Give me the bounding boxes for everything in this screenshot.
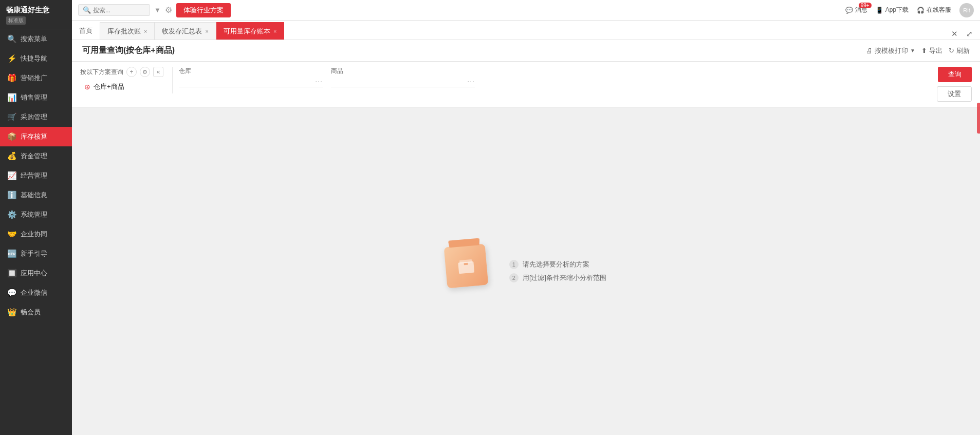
query-button[interactable]: 查询	[938, 67, 972, 82]
scheme-settings-button[interactable]: ⚙	[140, 67, 150, 77]
system-icon: ⚙️	[7, 210, 16, 219]
tab-stock-summary-close[interactable]: ×	[205, 28, 208, 34]
goods-input[interactable]	[331, 78, 464, 85]
goods-input-wrapper: ···	[331, 77, 475, 87]
user-avatar[interactable]: Rit	[959, 3, 974, 17]
sidebar-item-inventory[interactable]: 📦 库存核算	[0, 127, 72, 146]
tab-expand-button[interactable]: ⤢	[963, 28, 976, 40]
sidebar-item-shortcut[interactable]: ⚡ 快捷导航	[0, 49, 72, 68]
refresh-label: 刷新	[956, 46, 970, 55]
empty-state: 1 请先选择要分析的方案 2 用[过滤]条件来缩小分析范围	[446, 245, 606, 297]
purchase-icon: 🛒	[7, 112, 16, 122]
scheme-item-warehouse-goods[interactable]: ⊕ 仓库+商品	[80, 80, 166, 93]
collapse-scheme-button[interactable]: «	[153, 67, 163, 77]
sidebar-item-search-label: 搜索菜单	[21, 34, 65, 44]
sidebar-item-wechat[interactable]: 💬 企业微信	[0, 283, 72, 302]
print-template-button[interactable]: 🖨 按模板打印 ▼	[866, 46, 915, 55]
phone-icon: 📱	[876, 7, 883, 14]
scheme-item-label: 仓库+商品	[94, 82, 124, 91]
top-search-input[interactable]	[93, 7, 144, 14]
print-label: 按模板打印	[875, 46, 908, 55]
refresh-button[interactable]: ↻ 刷新	[949, 46, 970, 55]
sidebar-item-basic[interactable]: ℹ️ 基础信息	[0, 185, 72, 205]
sidebar: 畅康通好生意 标准版 🔍 搜索菜单 ⚡ 快捷导航 🎁 营销推广 📊 销售管理 🛒…	[0, 0, 72, 435]
top-bar: 🔍 ▼ ⚙ 体验行业方案 💬 消息 99+ 📱 App下载 🎧 在线客服 Rit	[72, 0, 980, 21]
warehouse-label: 仓库	[179, 67, 323, 75]
tab-available-ledger-close[interactable]: ×	[273, 28, 276, 34]
tab-close-button[interactable]: ✕	[948, 28, 961, 40]
dropdown-arrow-icon[interactable]: ▼	[154, 6, 161, 14]
hint-text-2: 用[过滤]条件来缩小分析范围	[523, 273, 606, 282]
sidebar-item-purchase-label: 采购管理	[21, 112, 65, 122]
empty-hint-1: 1 请先选择要分析的方案	[509, 260, 606, 269]
trial-industry-button[interactable]: 体验行业方案	[176, 3, 231, 17]
empty-illustration	[446, 245, 497, 297]
app-download-label: App下载	[885, 6, 909, 14]
scheme-warehouse-icon: ⊕	[84, 83, 90, 91]
warehouse-more-icon[interactable]: ···	[315, 77, 323, 85]
empty-hint-2: 2 用[过滤]条件来缩小分析范围	[509, 273, 606, 282]
sidebar-header: 畅康通好生意 标准版	[0, 0, 72, 29]
setting-button[interactable]: 设置	[937, 86, 972, 102]
tab-batch-ledger-close[interactable]: ×	[144, 28, 147, 34]
sidebar-item-sales[interactable]: 📊 销售管理	[0, 88, 72, 107]
avatar-text: Rit	[963, 7, 970, 13]
sidebar-item-wechat-label: 企业微信	[21, 288, 65, 297]
content-area: 1 请先选择要分析的方案 2 用[过滤]条件来缩小分析范围	[72, 107, 980, 435]
message-badge: 99+	[859, 3, 872, 8]
sidebar-item-guide[interactable]: 🆕 新手引导	[0, 244, 72, 263]
hint-num-1: 1	[509, 260, 519, 269]
wechat-icon: 💬	[7, 288, 16, 297]
message-button[interactable]: 💬 消息 99+	[845, 6, 867, 14]
sidebar-item-finance-label: 资金管理	[21, 152, 65, 161]
export-icon: ⬆	[921, 47, 927, 54]
scroll-indicator	[977, 103, 980, 134]
guide-icon: 🆕	[7, 249, 16, 258]
sidebar-item-system[interactable]: ⚙️ 系统管理	[0, 205, 72, 224]
refresh-icon: ↻	[949, 47, 954, 54]
tab-bar: 首页 库存批次账 × 收发存汇总表 × 可用量库存账本 × ✕ ⤢	[72, 21, 980, 40]
box-illustration	[444, 244, 489, 289]
warehouse-input[interactable]	[179, 78, 312, 85]
top-bar-search-box[interactable]: 🔍	[78, 4, 150, 16]
app-download-button[interactable]: 📱 App下载	[876, 6, 909, 14]
tab-batch-ledger[interactable]: 库存批次账 ×	[100, 22, 155, 40]
sidebar-item-finance[interactable]: 💰 资金管理	[0, 146, 72, 166]
sidebar-item-shortcut-label: 快捷导航	[21, 54, 65, 63]
sidebar-item-operation[interactable]: 📈 经营管理	[0, 166, 72, 185]
goods-more-icon[interactable]: ···	[467, 77, 475, 85]
marketing-icon: 🎁	[7, 73, 16, 83]
search-icon-top: 🔍	[83, 6, 91, 14]
print-icon: 🖨	[866, 47, 873, 54]
online-service-button[interactable]: 🎧 在线客服	[917, 6, 951, 14]
headset-icon: 🎧	[917, 7, 924, 14]
warehouse-input-wrapper: ···	[179, 77, 323, 87]
sidebar-item-search[interactable]: 🔍 搜索菜单	[0, 29, 72, 49]
top-bar-right: 💬 消息 99+ 📱 App下载 🎧 在线客服 Rit	[845, 3, 974, 17]
filter-fields: 仓库 ··· 商品 ···	[179, 67, 931, 87]
app-center-icon: 🔲	[7, 269, 16, 278]
export-button[interactable]: ⬆ 导出	[921, 46, 942, 55]
app-version: 标准版	[6, 16, 26, 25]
sidebar-item-purchase[interactable]: 🛒 采购管理	[0, 107, 72, 127]
page-title: 可用量查询(按仓库+商品)	[82, 45, 175, 56]
gear-icon[interactable]: ⚙	[165, 5, 172, 15]
main-area: 🔍 ▼ ⚙ 体验行业方案 💬 消息 99+ 📱 App下载 🎧 在线客服 Rit	[72, 0, 980, 435]
sidebar-item-app-center-label: 应用中心	[21, 269, 65, 278]
tab-stock-summary[interactable]: 收发存汇总表 ×	[155, 22, 216, 40]
add-scheme-button[interactable]: +	[126, 67, 137, 77]
scheme-header-label: 按以下方案查询	[80, 68, 123, 77]
tab-home[interactable]: 首页	[72, 22, 100, 40]
sidebar-item-member-label: 畅会员	[21, 308, 65, 317]
filter-action-buttons: 查询 设置	[937, 67, 972, 102]
tab-right-buttons: ✕ ⤢	[948, 28, 980, 40]
sidebar-item-marketing[interactable]: 🎁 营销推广	[0, 68, 72, 88]
page-header-actions: 🖨 按模板打印 ▼ ⬆ 导出 ↻ 刷新	[866, 46, 970, 55]
sidebar-item-app-center[interactable]: 🔲 应用中心	[0, 263, 72, 283]
tab-available-ledger-label: 可用量库存账本	[224, 27, 270, 36]
sidebar-item-enterprise[interactable]: 🤝 企业协同	[0, 224, 72, 244]
sidebar-item-sales-label: 销售管理	[21, 93, 65, 102]
tab-available-ledger[interactable]: 可用量库存账本 ×	[216, 22, 284, 40]
sales-icon: 📊	[7, 93, 16, 102]
sidebar-item-member[interactable]: 👑 畅会员	[0, 302, 72, 322]
